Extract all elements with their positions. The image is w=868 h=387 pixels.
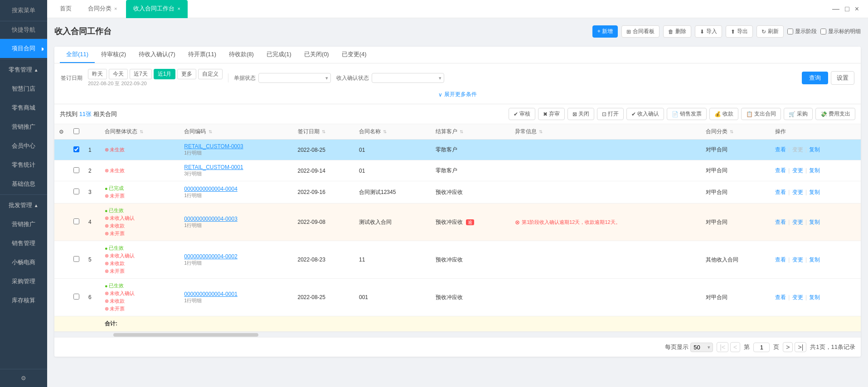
contract-code-link-6[interactable]: 0000000000004-0001 <box>184 291 288 297</box>
filter-tab-pending-review[interactable]: 待审核(2) <box>95 47 132 63</box>
page-next-btn[interactable]: > <box>783 342 793 352</box>
setting-button[interactable]: 设置 <box>831 71 854 85</box>
confirm-status-select[interactable] <box>372 73 444 83</box>
sidebar-item-smart-store[interactable]: 智慧门店 <box>0 79 47 98</box>
show-stages-checkbox[interactable]: 显示阶段 <box>787 28 817 35</box>
filter-tab-pending-invoice[interactable]: 待开票(11) <box>182 47 223 63</box>
open-btn[interactable]: ⊡ 打开 <box>597 108 624 120</box>
date-btn-last7[interactable]: 近7天 <box>130 69 152 79</box>
contract-code-link[interactable]: RETAIL_CUSTOM-0003 <box>184 143 288 150</box>
op-change-2[interactable]: 变更 <box>792 167 803 174</box>
tab-contract-category[interactable]: 合同分类 × <box>81 0 124 18</box>
page-first-btn[interactable]: |< <box>717 342 728 352</box>
page-last-btn[interactable]: >| <box>795 342 806 352</box>
delete-button[interactable]: 🗑 删除 <box>663 25 691 38</box>
cell-row2-check[interactable] <box>69 160 84 181</box>
date-btn-more[interactable]: 更多 <box>177 69 196 79</box>
sidebar-item-base-info[interactable]: 基础信息 <box>0 174 47 194</box>
th-overall-status[interactable]: 合同整体状态 ⇅ <box>100 124 179 140</box>
sidebar-settings[interactable]: ⚙ <box>0 369 47 387</box>
import-button[interactable]: ⬇ 导入 <box>695 25 722 38</box>
op-copy-5[interactable]: 复制 <box>809 256 820 263</box>
cell-row4-check[interactable] <box>69 203 84 241</box>
th-contract-code[interactable]: 合同编码 ⇅ <box>179 124 293 140</box>
op-copy-2[interactable]: 复制 <box>809 167 820 174</box>
sidebar-search[interactable]: 搜索菜单 <box>0 0 47 21</box>
date-btn-yesterday[interactable]: 昨天 <box>88 69 107 79</box>
op-copy-3[interactable]: 复制 <box>809 189 820 195</box>
sidebar-item-member[interactable]: 会员中心 <box>0 136 47 155</box>
sidebar-item-marketing2[interactable]: 营销推广 <box>0 215 47 234</box>
op-change-3[interactable]: 变更 <box>792 189 803 195</box>
op-view-4[interactable]: 查看 <box>775 219 786 225</box>
op-view-1[interactable]: 查看 <box>775 146 786 153</box>
tab-income-contract[interactable]: 收入合同工作台 × <box>126 0 187 18</box>
sidebar-item-retail-stat[interactable]: 零售统计 <box>0 155 47 174</box>
close-income-contract-icon[interactable]: × <box>177 6 180 11</box>
sidebar-item-project[interactable]: 项目合同 ▶ <box>0 39 47 58</box>
cell-row5-check[interactable] <box>69 241 84 279</box>
op-change-5[interactable]: 变更 <box>792 256 803 263</box>
th-sign-date[interactable]: 签订日期 ⇅ <box>293 124 354 140</box>
query-button[interactable]: 查询 <box>802 72 828 84</box>
op-view-2[interactable]: 查看 <box>775 167 786 174</box>
maximize-icon[interactable]: □ <box>845 5 849 13</box>
op-copy-4[interactable]: 复制 <box>809 219 820 225</box>
sidebar-item-sales-mgr[interactable]: 销售管理 <box>0 234 47 253</box>
filter-tab-pending-receive[interactable]: 待收款(8) <box>223 47 260 63</box>
show-details-checkbox[interactable]: 显示标的明细 <box>820 28 861 35</box>
th-contract-type[interactable]: 合同分类 ⇅ <box>701 124 771 140</box>
sidebar-item-retail[interactable]: 零售管理 ▲ <box>0 60 47 79</box>
th-customer[interactable]: 结算客户 ⇅ <box>431 124 510 140</box>
th-contract-name[interactable]: 合同名称 ⇅ <box>354 124 431 140</box>
filter-tab-closed[interactable]: 已关闭(0) <box>298 47 335 63</box>
contract-code-link-5[interactable]: 0000000000004-0002 <box>184 253 288 260</box>
contract-board-button[interactable]: ⊞ 合同看板 <box>621 25 659 38</box>
sidebar-item-xiaochang[interactable]: 小畅电商 <box>0 253 47 272</box>
select-all-checkbox[interactable] <box>73 128 79 134</box>
horizontal-scrollbar[interactable] <box>54 332 861 337</box>
sidebar-nav[interactable]: 快捷导航 <box>0 21 47 39</box>
sidebar-item-inventory[interactable]: 库存核算 <box>0 291 47 310</box>
per-page-select[interactable]: 10 20 50 100 <box>690 343 713 352</box>
minimize-icon[interactable]: — <box>832 5 839 13</box>
contract-code-link-2[interactable]: RETAIL_CUSTOM-0001 <box>184 164 288 170</box>
cell-row1-check[interactable] <box>69 140 84 160</box>
close-contract-category-icon[interactable]: × <box>114 6 117 11</box>
scrollbar-thumb[interactable] <box>113 333 258 337</box>
review-btn[interactable]: ✔ 审核 <box>509 108 535 120</box>
purchase-btn[interactable]: 🛒 采购 <box>784 108 813 120</box>
op-change-6[interactable]: 变更 <box>792 294 803 300</box>
expense-btn[interactable]: 💸 费用支出 <box>815 108 855 120</box>
contract-code-link-4[interactable]: 0000000000004-0003 <box>184 216 288 222</box>
op-copy-6[interactable]: 复制 <box>809 294 820 300</box>
filter-tab-completed[interactable]: 已完成(1) <box>260 47 298 63</box>
filter-tab-changed[interactable]: 已变更(4) <box>335 47 373 63</box>
sidebar-item-retail-mall[interactable]: 零售商城 <box>0 98 47 117</box>
op-view-5[interactable]: 查看 <box>775 256 786 263</box>
income-confirm-btn[interactable]: ✔ 收入确认 <box>626 108 664 120</box>
th-error-info[interactable]: 异常信息 ⇅ <box>510 124 701 140</box>
refresh-button[interactable]: ↻ 刷新 <box>756 25 784 38</box>
filter-tab-all[interactable]: 全部(11) <box>60 47 95 63</box>
th-checkbox[interactable] <box>69 124 84 140</box>
sidebar-item-purchase[interactable]: 采购管理 <box>0 272 47 291</box>
sales-invoice-btn[interactable]: 📄 销售发票 <box>667 108 707 120</box>
page-prev-btn[interactable]: < <box>730 342 740 352</box>
op-copy-1[interactable]: 复制 <box>809 146 820 153</box>
date-btn-custom[interactable]: 自定义 <box>198 69 223 79</box>
tab-home[interactable]: 首页 <box>53 0 79 18</box>
close-btn[interactable]: ⊠ 关闭 <box>567 108 594 120</box>
op-view-6[interactable]: 查看 <box>775 294 786 300</box>
op-view-3[interactable]: 查看 <box>775 189 786 195</box>
doc-status-select[interactable] <box>258 73 331 83</box>
cell-row3-check[interactable] <box>69 181 84 203</box>
date-btn-last1m[interactable]: 近1月 <box>154 69 176 79</box>
sidebar-item-wholesale[interactable]: 批发管理 ▲ <box>0 196 47 215</box>
abandon-btn[interactable]: ✖ 弃审 <box>538 108 565 120</box>
date-btn-today[interactable]: 今天 <box>109 69 128 79</box>
add-button[interactable]: + 新增 <box>592 25 618 38</box>
op-change-4[interactable]: 变更 <box>792 219 803 225</box>
cell-row6-check[interactable] <box>69 279 84 316</box>
export-button[interactable]: ⬆ 导出 <box>726 25 753 38</box>
